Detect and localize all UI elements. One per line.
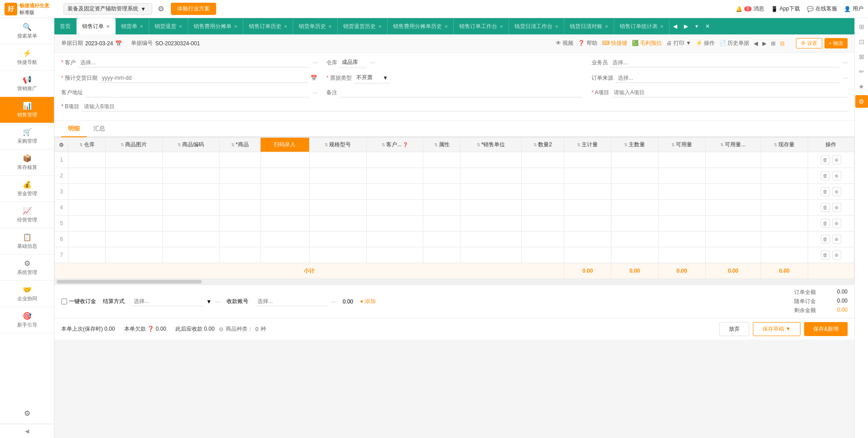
table-cell[interactable] bbox=[423, 168, 461, 184]
table-cell[interactable] bbox=[106, 231, 163, 247]
th-customer-code[interactable]: ⇅客户...❓ bbox=[366, 138, 423, 152]
prev-record-button[interactable]: ◀ bbox=[754, 40, 758, 47]
table-cell[interactable] bbox=[68, 231, 106, 247]
table-cell[interactable] bbox=[611, 231, 658, 247]
table-cell[interactable] bbox=[309, 152, 366, 168]
one-click-checkbox[interactable] bbox=[61, 298, 67, 304]
table-cell[interactable] bbox=[423, 247, 461, 263]
sidebar-item-system[interactable]: ⚙ 系统管理 bbox=[0, 255, 54, 281]
tab-sales-order[interactable]: 销售订单 ✕ bbox=[77, 18, 116, 34]
table-cell[interactable] bbox=[309, 200, 366, 216]
sidebar-item-inventory[interactable]: 📦 库存核算 bbox=[0, 149, 54, 176]
a-project-input[interactable] bbox=[611, 88, 848, 97]
th-available2[interactable]: ⇅可用量... bbox=[705, 138, 761, 152]
list-view-button[interactable]: ⊟ bbox=[780, 40, 785, 47]
table-cell[interactable] bbox=[564, 200, 611, 216]
table-cell[interactable] bbox=[461, 184, 521, 200]
table-cell[interactable] bbox=[564, 231, 611, 247]
table-cell[interactable] bbox=[309, 168, 366, 184]
add-item-button[interactable]: + 物流 bbox=[824, 38, 848, 48]
table-cell[interactable] bbox=[106, 200, 163, 216]
tab-sales-order-history[interactable]: 销售订单历史 ✕ bbox=[243, 18, 293, 34]
table-cell[interactable] bbox=[611, 216, 658, 231]
payment-method-input[interactable] bbox=[131, 297, 204, 306]
sidebar-item-search[interactable]: 🔍 搜索菜单 bbox=[0, 18, 54, 44]
table-cell[interactable] bbox=[521, 184, 564, 200]
tab-order-workbench[interactable]: 销售订单工作台 ✕ bbox=[454, 18, 509, 34]
table-cell[interactable] bbox=[366, 152, 423, 168]
right-sidebar-icon-3[interactable]: ⊠ bbox=[855, 50, 868, 63]
table-cell[interactable] bbox=[261, 184, 310, 200]
sidebar-item-guide[interactable]: 🎯 新手引导 bbox=[0, 307, 54, 333]
table-cell[interactable] bbox=[705, 168, 761, 184]
copy-row-button[interactable]: ⊕ bbox=[832, 155, 841, 164]
table-cell[interactable] bbox=[705, 200, 761, 216]
tab-home[interactable]: 首页 bbox=[54, 18, 77, 34]
table-cell[interactable] bbox=[658, 168, 705, 184]
online-service-item[interactable]: 💬 在线客服 bbox=[807, 5, 837, 13]
table-cell[interactable] bbox=[366, 168, 423, 184]
table-cell[interactable] bbox=[68, 200, 106, 216]
discard-button[interactable]: 放弃 bbox=[719, 322, 749, 336]
table-cell[interactable] bbox=[761, 184, 808, 200]
tab-next-button[interactable]: ▶ bbox=[680, 18, 691, 34]
help-action[interactable]: ❓ 帮助 bbox=[578, 39, 597, 47]
table-cell[interactable] bbox=[106, 184, 163, 200]
copy-row-button[interactable]: ⊕ bbox=[832, 171, 841, 180]
calendar-icon[interactable]: 📅 bbox=[115, 40, 122, 47]
th-main-qty[interactable]: ⇅主数量 bbox=[611, 138, 658, 152]
tab-close-icon[interactable]: ✕ bbox=[605, 24, 608, 29]
tab-sales-invoice[interactable]: 销货单 ✕ bbox=[116, 18, 149, 34]
tab-close-icon[interactable]: ✕ bbox=[106, 24, 110, 29]
right-sidebar-icon-2[interactable]: ⊡ bbox=[855, 35, 868, 48]
shortcuts-action[interactable]: ⌨ 快捷键 bbox=[602, 39, 627, 47]
system-selector[interactable]: 装备及固定资产辅助管理系统 ▼ bbox=[63, 3, 152, 14]
table-cell[interactable] bbox=[162, 168, 219, 184]
table-cell[interactable] bbox=[219, 247, 261, 263]
table-cell[interactable] bbox=[261, 152, 310, 168]
tab-close-icon[interactable]: ✕ bbox=[444, 24, 448, 29]
account-input[interactable] bbox=[255, 297, 328, 306]
right-sidebar-icon-5[interactable]: ★ bbox=[855, 80, 868, 93]
table-cell[interactable] bbox=[309, 231, 366, 247]
th-main-unit[interactable]: ⇅主计量 bbox=[564, 138, 611, 152]
table-cell[interactable] bbox=[564, 247, 611, 263]
table-cell[interactable] bbox=[705, 216, 761, 231]
tab-menu-button[interactable]: ▾ bbox=[691, 18, 702, 34]
account-dots[interactable]: ··· bbox=[331, 298, 336, 305]
sidebar-collapse-button[interactable]: ◀ bbox=[0, 424, 54, 438]
payment-chevron-icon[interactable]: ▼ bbox=[206, 298, 212, 305]
customer-address-input[interactable] bbox=[85, 88, 309, 97]
customer-dots-button[interactable]: ··· bbox=[313, 59, 317, 66]
gear-button[interactable]: ⚙ bbox=[155, 3, 167, 15]
table-cell[interactable] bbox=[423, 216, 461, 231]
sidebar-item-sales[interactable]: 📊 销售管理 bbox=[0, 97, 54, 123]
tab-close-icon[interactable]: ✕ bbox=[328, 24, 332, 29]
table-cell[interactable] bbox=[705, 247, 761, 263]
th-unit[interactable]: ⇅*销售单位 bbox=[461, 138, 521, 152]
table-cell[interactable] bbox=[564, 168, 611, 184]
app-download-item[interactable]: 📱 App下载 bbox=[771, 5, 800, 13]
table-cell[interactable] bbox=[219, 231, 261, 247]
delivery-date-input[interactable] bbox=[100, 73, 308, 83]
table-cell[interactable] bbox=[219, 216, 261, 231]
remark-input[interactable] bbox=[339, 88, 582, 97]
table-cell[interactable] bbox=[219, 152, 261, 168]
tab-close-icon[interactable]: ✕ bbox=[234, 24, 238, 29]
staff-input[interactable] bbox=[610, 58, 839, 67]
tab-close-all-button[interactable]: ✕ bbox=[702, 18, 713, 34]
tab-summary[interactable]: 汇总 bbox=[87, 121, 112, 137]
th-attribute[interactable]: ⇅属性 bbox=[423, 138, 461, 152]
invoice-type-select[interactable]: 不开票 ▼ bbox=[354, 72, 390, 83]
table-cell[interactable] bbox=[162, 216, 219, 231]
copy-row-button[interactable]: ⊕ bbox=[832, 187, 841, 196]
table-cell[interactable] bbox=[219, 200, 261, 216]
history-action[interactable]: 📄 历史单据 bbox=[719, 39, 749, 47]
warehouse-dots-button[interactable]: ··· bbox=[370, 59, 375, 66]
table-cell[interactable] bbox=[521, 152, 564, 168]
table-cell[interactable] bbox=[658, 200, 705, 216]
customer-input[interactable] bbox=[78, 58, 309, 67]
table-cell[interactable] bbox=[309, 216, 366, 231]
sidebar-item-enterprise[interactable]: 🤝 企业协同 bbox=[0, 281, 54, 307]
table-cell[interactable] bbox=[658, 152, 705, 168]
